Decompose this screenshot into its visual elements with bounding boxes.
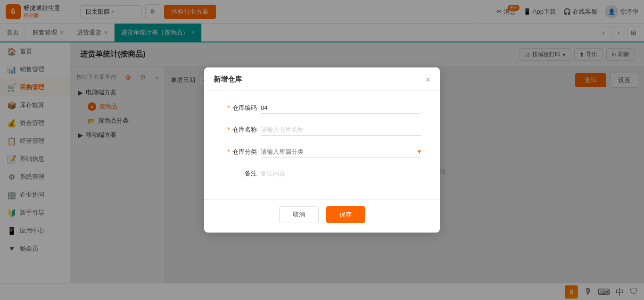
modal-new-warehouse: 新增仓库 × * 仓库编码 * 仓库名称 xyxy=(204,67,440,233)
note-label: 备注 xyxy=(223,169,261,178)
category-dropdown-icon[interactable]: ▾ xyxy=(418,148,421,155)
modal-title: 新增仓库 xyxy=(214,75,242,84)
modal-footer: 取消 保存 xyxy=(204,199,440,233)
modal-header: 新增仓库 × xyxy=(204,67,440,91)
cancel-button[interactable]: 取消 xyxy=(279,206,319,223)
name-input[interactable] xyxy=(261,124,421,135)
modal-body: * 仓库编码 * 仓库名称 * 仓库分类 xyxy=(204,91,440,199)
form-row-category: * 仓库分类 ▾ xyxy=(223,146,421,158)
required-star-code: * xyxy=(227,104,230,111)
form-row-note: 备注 xyxy=(223,168,421,179)
category-input[interactable] xyxy=(261,148,418,155)
category-label: * 仓库分类 xyxy=(223,148,261,156)
category-select-row[interactable]: ▾ xyxy=(261,146,421,158)
name-label: * 仓库名称 xyxy=(223,125,261,134)
form-row-code: * 仓库编码 xyxy=(223,102,421,114)
modal-close-icon[interactable]: × xyxy=(425,75,430,84)
code-input[interactable] xyxy=(261,102,421,114)
required-star-name: * xyxy=(227,126,230,133)
note-input[interactable] xyxy=(261,168,421,179)
required-star-category: * xyxy=(227,148,230,155)
save-button[interactable]: 保存 xyxy=(326,206,365,223)
code-label: * 仓库编码 xyxy=(223,104,261,112)
modal-overlay[interactable]: 新增仓库 × * 仓库编码 * 仓库名称 xyxy=(0,0,644,300)
form-row-name: * 仓库名称 xyxy=(223,124,421,135)
